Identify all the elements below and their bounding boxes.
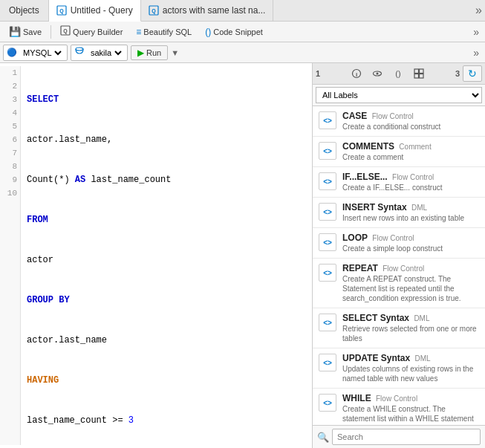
snippet-list: <> CASE Flow Control Create a conditiona… <box>313 106 485 425</box>
refresh-btn[interactable]: ↻ <box>463 65 482 82</box>
grid-icon-btn[interactable] <box>409 65 429 82</box>
line-num-9: 9 <box>3 173 17 186</box>
toolbar2-expand[interactable]: » <box>470 47 482 59</box>
svg-rect-11 <box>414 69 419 74</box>
panel-icon-bar: 1 i () 3 ↻ <box>313 63 485 85</box>
run-dropdown-arrow[interactable]: ▼ <box>171 48 179 57</box>
actors-query-icon: Q <box>149 5 159 16</box>
toolbar-2: 🔵 MYSQL sakila ▶ Run ▼ » <box>0 42 485 63</box>
code-line-6: GROUP BY <box>27 293 171 307</box>
snippet-icon-loop: <> <box>319 233 336 251</box>
snippet-desc-comments: Create a comment <box>342 152 479 162</box>
divider-1 <box>51 25 51 39</box>
line-num-8: 8 <box>3 160 17 173</box>
snippet-icon-repeat: <> <box>319 264 336 282</box>
snippet-icon-insert: <> <box>319 203 336 221</box>
snippet-item-update[interactable]: <> UPDATE Syntax DML Updates columns of … <box>313 348 485 389</box>
run-button[interactable]: ▶ Run <box>131 45 168 60</box>
snippet-icon-comments: <> <box>319 142 336 160</box>
code-snippet-icon: () <box>205 27 211 37</box>
snippet-item-ifelse[interactable]: <> IF...ELSE... Flow Control Create a IF… <box>313 167 485 198</box>
svg-rect-12 <box>420 69 424 74</box>
toolbar-1: 💾 Save Q Query Builder ≡ Beautify SQL ()… <box>0 22 485 42</box>
code-icon: () <box>395 69 400 78</box>
beautify-button[interactable]: ≡ Beautify SQL <box>130 25 198 39</box>
code-line-2: actor.last_name, <box>27 133 171 146</box>
line-numbers: 1 2 3 4 5 6 7 8 9 10 <box>0 66 21 445</box>
snippet-desc-case: Create a conditional construct <box>342 122 479 132</box>
run-label: Run <box>146 48 161 57</box>
snippet-item-case[interactable]: <> CASE Flow Control Create a conditiona… <box>313 106 485 137</box>
snippet-item-comments[interactable]: <> COMMENTS Comment Create a comment <box>313 137 485 167</box>
snippet-title-repeat: REPEAT Flow Control <box>342 263 479 273</box>
line-num-2: 2 <box>3 79 17 93</box>
tab-objects[interactable]: Objects <box>0 0 49 21</box>
snippet-title-insert: INSERT Syntax DML <box>342 202 479 212</box>
panel-right-number: 3 <box>455 69 460 78</box>
eye-icon-btn[interactable] <box>368 65 387 82</box>
code-editor[interactable]: 1 2 3 4 5 6 7 8 9 10 SELECT actor.last_n… <box>0 63 313 448</box>
db-select-box[interactable]: 🔵 MYSQL <box>3 45 68 61</box>
snippet-item-repeat[interactable]: <> REPEAT Flow Control Create A REPEAT c… <box>313 259 485 308</box>
snippet-item-select[interactable]: <> SELECT Syntax DML Retrieve rows selec… <box>313 308 485 348</box>
schema-select[interactable]: sakila <box>88 48 124 58</box>
snippet-title-case: CASE Flow Control <box>342 111 479 121</box>
snippet-text-comments: COMMENTS Comment Create a comment <box>342 141 479 162</box>
save-button[interactable]: 💾 Save <box>3 24 48 39</box>
code-line-9: last_name_count >= 3 <box>27 414 171 427</box>
code-snippet-label: Code Snippet <box>213 27 263 36</box>
svg-text:Q: Q <box>59 8 64 14</box>
play-icon: ▶ <box>137 48 144 58</box>
info-icon: i <box>351 68 362 79</box>
svg-text:Q: Q <box>152 8 156 14</box>
snippet-desc-update: Updates columns of existing rows in the … <box>342 364 479 383</box>
code-line-4: FROM <box>27 213 171 227</box>
schema-select-box[interactable]: sakila <box>71 45 128 61</box>
snippet-desc-loop: Create a simple loop construct <box>342 244 479 253</box>
snippet-icon-select: <> <box>319 314 336 331</box>
right-panel: 1 i () 3 ↻ <box>313 63 485 448</box>
snippet-title-while: WHILE Flow Control <box>342 393 479 403</box>
panel-numbers-row: 1 i () 3 ↻ <box>316 65 482 82</box>
snippet-text-ifelse: IF...ELSE... Flow Control Create a IF...… <box>342 172 479 192</box>
svg-rect-13 <box>414 74 419 79</box>
actors-tab-label: actors with same last na... <box>163 5 266 16</box>
tab-untitled-query[interactable]: Q Untitled - Query <box>49 0 141 22</box>
svg-text:Q: Q <box>63 28 68 34</box>
snippet-item-loop[interactable]: <> LOOP Flow Control Create a simple loo… <box>313 228 485 259</box>
svg-text:i: i <box>356 71 357 78</box>
snippet-icon-update: <> <box>319 354 336 371</box>
query-icon: Q <box>56 5 67 16</box>
query-builder-button[interactable]: Q Query Builder <box>54 23 128 40</box>
code-snippet-button[interactable]: () Code Snippet <box>199 25 269 39</box>
label-filter-select[interactable]: All Labels Flow Control DML Comment <box>316 87 482 103</box>
tab-actors[interactable]: Q actors with same last na... <box>141 0 274 21</box>
info-icon-btn[interactable]: i <box>347 65 366 82</box>
code-content[interactable]: 1 2 3 4 5 6 7 8 9 10 SELECT actor.last_n… <box>0 63 312 448</box>
toolbar1-expand[interactable]: » <box>470 26 482 38</box>
svg-point-6 <box>76 48 83 51</box>
beautify-label: Beautify SQL <box>143 27 192 36</box>
main-content: 1 2 3 4 5 6 7 8 9 10 SELECT actor.last_n… <box>0 63 485 448</box>
snippet-desc-while: Create a WHILE construct. The statement … <box>342 404 479 425</box>
snippet-item-while[interactable]: <> WHILE Flow Control Create a WHILE con… <box>313 389 485 425</box>
snippet-title-select: SELECT Syntax DML <box>342 313 479 323</box>
snippet-icon-while: <> <box>319 394 336 412</box>
snippet-item-insert[interactable]: <> INSERT Syntax DML Insert new rows int… <box>313 198 485 228</box>
line-num-4: 4 <box>3 106 17 120</box>
panel-left-number: 1 <box>316 69 320 78</box>
save-icon: 💾 <box>9 26 21 37</box>
line-num-5: 5 <box>3 120 17 133</box>
tab-more-btn[interactable]: » <box>472 0 485 21</box>
beautify-icon: ≡ <box>136 27 141 37</box>
code-line-5: actor <box>27 253 171 267</box>
code-icon-btn[interactable]: () <box>388 65 408 82</box>
line-num-6: 6 <box>3 133 17 146</box>
tab-bar: Objects Q Untitled - Query Q actors with… <box>0 0 485 22</box>
snippet-desc-ifelse: Create a IF...ELSE... construct <box>342 183 479 192</box>
code-line-7: actor.last_name <box>27 334 171 347</box>
query-builder-label: Query Builder <box>73 27 123 36</box>
search-input[interactable] <box>332 429 481 445</box>
code-lines[interactable]: SELECT actor.last_name, Count(*) AS last… <box>21 66 177 445</box>
db-select[interactable]: MYSQL <box>20 48 64 58</box>
